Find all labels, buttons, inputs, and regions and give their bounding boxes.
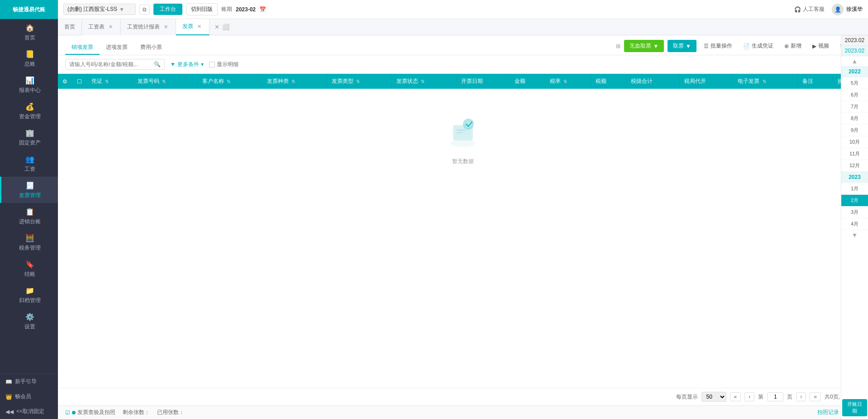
month-2022-9[interactable]: 9月 [841, 125, 868, 136]
year-2022-label: 2022 [841, 66, 868, 77]
sidebar-item-invoice[interactable]: 🧾 发票管理 [0, 177, 58, 203]
sidebar-item-settings[interactable]: ⚙️ 设置 [0, 308, 58, 334]
grid-icon: ⊞ [616, 43, 620, 49]
no-tax-button[interactable]: 无血取票 ▼ [624, 40, 664, 52]
old-version-button[interactable]: 切到旧版 [186, 3, 218, 15]
scroll-down-button[interactable]: ▼ [841, 230, 868, 240]
copy-button[interactable]: ⧉ [139, 5, 150, 14]
tab-invoice[interactable]: 发票 ✕ [176, 19, 210, 35]
topbar-right: 🎧 人工客服 👤 徐溪华 [794, 4, 863, 15]
sidebar-item-salary[interactable]: 👥 工资 [0, 150, 58, 177]
tab-invoice-label: 发票 [182, 23, 193, 30]
sidebar-item-label: 固定资产 [19, 139, 41, 147]
prev-page-button[interactable]: ‹ [744, 392, 754, 401]
sidebar-item-guide[interactable]: 📖 新手引导 [0, 374, 58, 389]
new-button[interactable]: ⊕ 新增 [781, 40, 805, 52]
last-page-button[interactable]: » [810, 392, 821, 401]
maximize-button[interactable]: ⬜ [222, 24, 229, 31]
month-2023-1[interactable]: 1月 [841, 183, 868, 195]
month-2023-3[interactable]: 3月 [841, 207, 868, 218]
th-check[interactable]: ☐ [72, 74, 87, 89]
sub-tab-receipt[interactable]: 费用小票 [134, 41, 168, 55]
th-settings[interactable]: ⚙ [58, 74, 72, 89]
sidebar-item-ledger[interactable]: 📒 总账 [0, 45, 58, 72]
month-2022-7[interactable]: 7月 [841, 101, 868, 113]
tab-salary-report[interactable]: 工资统计报表 ✕ [121, 19, 176, 35]
show-detail-toggle[interactable]: 显示明细 [209, 61, 238, 68]
batch-op-button[interactable]: ☰ 批量操作 [700, 40, 736, 52]
tab-invoice-close[interactable]: ✕ [196, 23, 203, 30]
search-bar: 🔍 ▼ 更多条件 ▾ 显示明细 [58, 55, 868, 74]
sub-tab-purchase[interactable]: 进项发票 [100, 41, 134, 55]
sidebar-item-close[interactable]: 🔖 结账 [0, 255, 58, 282]
month-2022-5[interactable]: 5月 [841, 77, 868, 89]
sidebar-item-tax[interactable]: 🧮 税务管理 [0, 229, 58, 255]
sidebar-item-archive[interactable]: 📁 归档管理 [0, 282, 58, 308]
video-button[interactable]: ▶ 视频 [809, 40, 833, 52]
sidebar-item-purchase[interactable]: 📋 进销台账 [0, 203, 58, 229]
next-page-button[interactable]: › [796, 392, 806, 401]
minimize-button[interactable]: ✕ [213, 24, 220, 31]
footer-bar: ☑ 发票查验及拍照 剩余张数： 已用张数： 拍照记录 去充值 [58, 405, 868, 419]
generate-voucher-button[interactable]: 📄 生成凭证 [739, 40, 777, 52]
workspace-button[interactable]: 工作台 [153, 4, 182, 15]
sidebar-item-finance[interactable]: 💰 资金管理 [0, 98, 58, 124]
month-2022-12[interactable]: 12月 [841, 160, 868, 172]
year-2023-label: 2023 [841, 172, 868, 183]
window-controls: ✕ ⬜ [213, 24, 229, 31]
month-2022-10[interactable]: 10月 [841, 136, 868, 148]
tab-salary-close[interactable]: ✕ [107, 24, 114, 30]
sidebar-item-home[interactable]: 🏠 首页 [0, 19, 58, 45]
more-conditions-button[interactable]: ▼ 更多条件 ▾ [170, 61, 204, 68]
sidebar-item-label: 税务管理 [19, 244, 41, 252]
tab-salary[interactable]: 工资表 ✕ [82, 19, 121, 35]
th-invoice-type: 发票种类 ⇅ [262, 74, 327, 89]
date-panel-header-active: 2023.02 [841, 46, 868, 56]
month-2023-2[interactable]: 2月 [841, 195, 868, 207]
period-label: 账期 [221, 5, 232, 13]
svg-rect-6 [457, 132, 463, 133]
open-period-button[interactable]: 开账日期 [842, 399, 867, 416]
photo-record-link[interactable]: 拍照记录 [817, 409, 839, 416]
member-icon: 👑 [5, 394, 12, 400]
dropdown-arrow-icon: ▼ [686, 43, 691, 49]
tab-home[interactable]: 首页 [58, 19, 82, 35]
checkbox-icon: ☑ [65, 409, 70, 416]
company-selector[interactable]: (勿删) 江西股宝-LSS ▼ [63, 4, 136, 15]
sub-tab-sales[interactable]: 销项发票 [65, 41, 100, 55]
sidebar-item-assets[interactable]: 🏢 固定资产 [0, 124, 58, 150]
invoice-table: ⚙ ☐ 凭证 ⇅ 发票号码 ⇅ 客户名称 ⇅ 发票种类 ⇅ 发票类型 ⇅ 发票状… [58, 74, 868, 89]
per-page-select[interactable]: 50 10 20 100 [701, 392, 726, 402]
dropdown-arrow-icon: ▼ [119, 6, 124, 13]
page-input[interactable] [767, 392, 783, 401]
get-ticket-button[interactable]: 取票 ▼ [668, 40, 696, 52]
scroll-up-button[interactable]: ▲ [841, 56, 868, 66]
finance-icon: 💰 [25, 102, 34, 111]
search-input[interactable] [69, 61, 152, 67]
first-page-button[interactable]: « [730, 392, 741, 401]
th-status: 发票状态 ⇅ [391, 74, 456, 89]
show-detail-checkbox[interactable] [209, 62, 215, 67]
sidebar-collapse-btn[interactable]: ◀◀ <<取消固定 [0, 404, 58, 419]
search-input-wrap[interactable]: 🔍 [65, 59, 165, 70]
month-2023-4[interactable]: 4月 [841, 218, 868, 230]
month-2022-6[interactable]: 6月 [841, 89, 868, 101]
search-icon[interactable]: 🔍 [154, 61, 161, 67]
sub-tabs: 销项发票 进项发票 费用小票 ⊞ 无血取票 ▼ 取票 ▼ ☰ [58, 35, 868, 55]
th-customer: 客户名称 ⇅ [197, 74, 262, 89]
month-2022-8[interactable]: 8月 [841, 113, 868, 125]
th-tax-bureau: 税局代开 [679, 74, 733, 89]
th-tax-total: 税级合计 [626, 74, 679, 89]
status-dot [72, 411, 76, 414]
tab-salary-report-close[interactable]: ✕ [162, 24, 169, 30]
user-info[interactable]: 👤 徐溪华 [832, 4, 863, 15]
company-name: (勿删) 江西股宝-LSS [67, 5, 117, 13]
date-panel: › 2023.02 2023.02 ▲ 2022 5月 6月 7月 8月 9月 … [841, 35, 868, 419]
sidebar-item-member[interactable]: 👑 畅会员 [0, 389, 58, 404]
support-button[interactable]: 🎧 人工客服 [794, 5, 825, 13]
empty-state: 暂无数据 [58, 89, 868, 193]
sidebar-item-reports[interactable]: 📊 报表中心 [0, 72, 58, 98]
month-2022-11[interactable]: 11月 [841, 148, 868, 160]
date-panel-close-btn[interactable]: › [841, 35, 841, 49]
date-panel-header: 2023.02 [841, 35, 868, 46]
